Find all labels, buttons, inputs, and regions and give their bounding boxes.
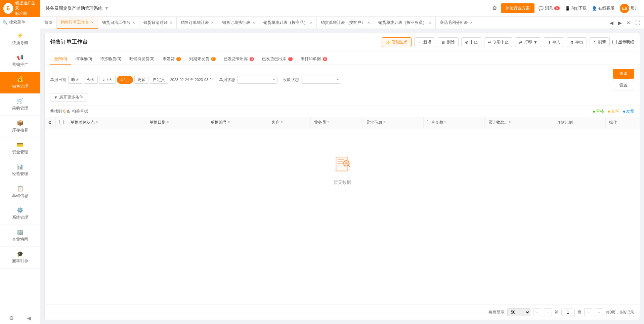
tab-sales-stat[interactable]: 销售订单统计表 ✕ — [177, 17, 218, 29]
date-btn-1month[interactable]: 近1月 — [117, 76, 133, 84]
pagination-first-btn[interactable]: « — [533, 308, 541, 316]
expand-conditions-btn[interactable]: ▼ 展开更多条件 — [50, 93, 87, 102]
sub-tab-pending-review[interactable]: 待审核(0) — [71, 54, 96, 65]
tab-sales-summary-customer[interactable]: 销货单统计表（按客户） ✕ — [317, 17, 374, 29]
set-btn[interactable]: 设置 — [613, 80, 634, 90]
sidebar-item-inventory[interactable]: 📦 库存核算 — [0, 116, 40, 137]
import-btn[interactable]: ⬇ 导入 — [544, 37, 564, 47]
pagination-last-btn[interactable]: » — [595, 308, 603, 316]
settings-footer-btn[interactable]: ⚙ — [9, 315, 14, 321]
customer-sort-icon[interactable]: ⇅ — [281, 121, 283, 124]
refresh-btn[interactable]: ↻ 刷新 — [590, 37, 610, 47]
sidebar-item-enterprise[interactable]: 🏢 企业协同 — [0, 225, 40, 247]
table-header: ⚙ 单据整体状态 ⇅ — [45, 117, 640, 128]
cancel-stop-btn[interactable]: ↩ 取消中止 — [484, 37, 512, 47]
print-btn[interactable]: 🖨 打印 ▼ — [515, 37, 541, 47]
tab-sales-exec-close[interactable]: ✕ — [252, 21, 255, 25]
sidebar-search[interactable]: 🔍 搜索菜单 — [0, 17, 40, 28]
sub-tab-all[interactable]: 全部(0) — [50, 54, 71, 65]
sidebar-item-finance[interactable]: 💳 资金管理 — [0, 137, 40, 159]
sales-icon: 💰 — [17, 76, 24, 82]
sidebar-item-system[interactable]: ⚙️ 系统管理 — [0, 203, 40, 225]
tabbar-nav-prev[interactable]: ◀ — [608, 19, 615, 26]
sub-tab-shipped-not-wh[interactable]: 已发货未出库 0 — [220, 54, 258, 65]
date-btn-7days[interactable]: 近7天 — [99, 76, 116, 84]
tab-sales-order[interactable]: 销售订单工作台 ✕ — [57, 17, 98, 29]
tab-sales-exec[interactable]: 销售订单执行表 ✕ — [218, 17, 259, 29]
staff-sort-icon[interactable]: ⇅ — [327, 121, 330, 124]
doc-status-select[interactable] — [237, 76, 277, 84]
topbar-app-download[interactable]: 📱 App下载 — [565, 5, 587, 11]
export-btn[interactable]: ⬆ 导出 — [567, 37, 587, 47]
count-value: 0 — [63, 109, 66, 114]
sidebar-item-operations[interactable]: 📊 经营管理 — [0, 159, 40, 181]
tab-cash-reconcile[interactable]: 钱货日清对账 ✕ — [139, 17, 177, 29]
tabbar-fullscreen[interactable]: ⛶ — [634, 19, 641, 26]
sidebar-item-quick-nav[interactable]: ⚡ 快捷导航 — [0, 28, 40, 50]
page-input[interactable] — [561, 309, 575, 316]
tabbar-close-all[interactable]: ✕ — [625, 19, 632, 26]
show-detail-label[interactable]: 显示明细 — [612, 39, 634, 45]
date-sort-icon[interactable]: ⇅ — [167, 121, 169, 124]
status-sort-icon[interactable]: ⇅ — [96, 121, 98, 124]
page-size-select[interactable]: 10 20 50 100 — [507, 308, 530, 316]
sub-tab-shipped-wh[interactable]: 已发货已出库 0 — [258, 54, 297, 65]
sub-tab-not-shipped[interactable]: 未发货 0 — [159, 54, 185, 65]
sub-tab-not-printed[interactable]: 未打印单据 0 — [297, 54, 331, 65]
tab-home[interactable]: 首页 — [40, 17, 57, 29]
pagination-prev-btn[interactable]: ‹ — [544, 308, 552, 316]
tab-cash-reconcile-close[interactable]: ✕ — [170, 21, 172, 25]
tab-sales-stat-close[interactable]: ✕ — [211, 21, 214, 25]
sidebar-item-guide[interactable]: 🎓 新手引导 — [0, 247, 40, 269]
tab-sales-order-close[interactable]: ✕ — [91, 21, 94, 24]
sidebar-item-marketing[interactable]: 📢 营销推广 — [0, 50, 40, 72]
date-btn-today[interactable]: 今天 — [84, 76, 98, 84]
tab-summary-product-close[interactable]: ✕ — [310, 21, 312, 25]
tab-summary-staff-close[interactable]: ✕ — [429, 21, 431, 25]
audit-action[interactable]: 审核 — [593, 109, 604, 114]
amount-sort-icon[interactable]: ⇅ — [444, 121, 447, 124]
delete-btn[interactable]: 🗑 删除 — [438, 37, 459, 47]
revoke-action[interactable]: 充审 — [608, 109, 619, 114]
operations-label: 经营管理 — [12, 171, 28, 177]
date-btn-yesterday[interactable]: 昨天 — [68, 76, 82, 84]
tab-sales-summary-product[interactable]: 销货单统计表（按商品） ✕ — [259, 17, 317, 29]
topbar-messages[interactable]: 💬 消息 6 — [539, 5, 560, 11]
table-scroll[interactable]: ⚙ 单据整体状态 ⇅ — [45, 117, 640, 305]
show-detail-checkbox[interactable] — [612, 40, 617, 44]
collected-sort-icon[interactable]: ⇅ — [509, 121, 511, 124]
tab-summary-customer-close[interactable]: ✕ — [367, 21, 370, 25]
ship-action[interactable]: 发货 — [623, 109, 634, 114]
tab-cash-daily[interactable]: 钱货日清工作台 ✕ — [98, 17, 139, 29]
sub-tab-wangpu-ship[interactable]: 旺铺待发货(0) — [125, 54, 159, 65]
abnormal-sort-icon[interactable]: ⇅ — [383, 121, 386, 124]
date-btn-more[interactable]: 更多 — [134, 76, 148, 84]
topbar-gear-icon[interactable]: ⚙ — [492, 5, 497, 11]
tab-sales-summary-staff[interactable]: 销货单统计表（按业务员） ✕ — [374, 17, 436, 29]
query-btn[interactable]: 查询 — [613, 69, 634, 79]
topbar-online-service[interactable]: 👤 在线客服 — [592, 5, 614, 11]
select-all-checkbox[interactable] — [59, 120, 63, 124]
topbar-industry-btn[interactable]: 体验行业方案 — [501, 3, 534, 13]
tabbar-nav-next[interactable]: ▶ — [617, 19, 623, 26]
number-sort-icon[interactable]: ⇅ — [228, 121, 230, 124]
sub-tab-expired[interactable]: 到期未发货 0 — [185, 54, 220, 65]
add-btn[interactable]: ＋ 新增 — [414, 37, 435, 47]
tab-product-margin[interactable]: 商品毛利分析表 ✕ — [436, 17, 477, 29]
collapse-footer-btn[interactable]: ◀ — [27, 315, 31, 321]
stop-btn[interactable]: ⊘ 中止 — [461, 37, 481, 47]
topbar-user[interactable]: Ea 用户 — [620, 4, 639, 13]
sub-tab-pending-check[interactable]: 待拣验货(0) — [96, 54, 125, 65]
sidebar-item-purchase[interactable]: 🛒 采购管理 — [0, 94, 40, 116]
sales-label: 销售管理 — [12, 84, 28, 89]
tab-product-margin-close[interactable]: ✕ — [470, 21, 473, 25]
sidebar-item-basic-info[interactable]: 📋 基础信息 — [0, 181, 40, 203]
sidebar-item-sales[interactable]: 💰 销售管理 — [0, 72, 40, 94]
date-btn-custom[interactable]: 自定义 — [150, 76, 168, 84]
smart-create-btn[interactable]: ✨ 智能生单 — [382, 37, 412, 47]
column-settings-icon[interactable]: ⚙ — [48, 120, 52, 125]
tab-sales-summary-product-label: 销货单统计表（按商品） — [263, 20, 308, 26]
payment-status-select[interactable] — [301, 76, 341, 84]
pagination-next-btn[interactable]: › — [584, 308, 592, 316]
tab-cash-daily-close[interactable]: ✕ — [132, 21, 135, 25]
